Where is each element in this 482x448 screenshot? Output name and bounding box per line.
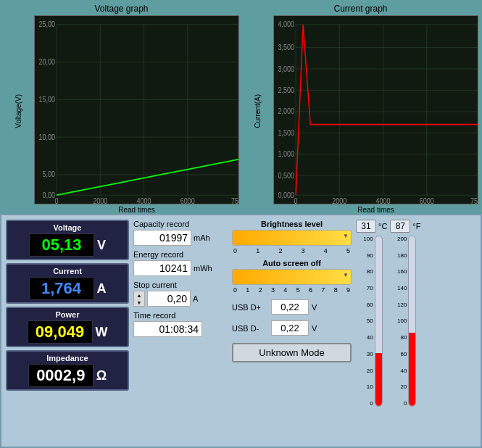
capacity-value-row: mAh — [133, 230, 228, 246]
stop-current-spinner[interactable]: ▲ ▼ — [133, 291, 145, 307]
current-value-row: 1,764 A — [29, 277, 107, 300]
spinner-down[interactable]: ▼ — [134, 299, 144, 306]
svg-text:10,00: 10,00 — [39, 133, 56, 141]
bottom-section: Voltage 05,13 V Current 1,764 A Power 09… — [0, 214, 482, 448]
svg-text:2000: 2000 — [93, 196, 108, 204]
brightness-section: Brightness level ▼ 0 1 2 3 4 5 — [232, 220, 352, 254]
voltage-value-row: 05,13 V — [29, 233, 106, 257]
fahrenheit-thermo-body: 200 180 160 140 120 100 80 60 40 20 0 — [392, 234, 418, 408]
svg-text:4,000: 4,000 — [278, 20, 295, 29]
brightness-slider-arrow: ▼ — [343, 233, 349, 239]
current-graph: 4,000 3,500 3,000 2,500 2,000 1,500 1,00… — [273, 15, 478, 204]
usb-dm-input[interactable] — [271, 320, 309, 336]
current-label: Current — [53, 267, 82, 275]
svg-text:2,500: 2,500 — [278, 86, 295, 94]
right-mid-col: Brightness level ▼ 0 1 2 3 4 5 Auto scre… — [232, 220, 352, 442]
impedance-display: 0002,9 — [28, 364, 94, 387]
current-unit: A — [97, 281, 107, 296]
time-input[interactable] — [133, 321, 202, 337]
usb-dp-unit: V — [312, 303, 317, 312]
impedance-unit: Ω — [96, 368, 107, 383]
usb-dm-label: USB D- — [232, 324, 268, 333]
stop-current-unit: A — [193, 294, 198, 303]
svg-text:3,500: 3,500 — [278, 43, 295, 51]
energy-label: Energy record — [133, 250, 228, 259]
svg-text:4000: 4000 — [137, 196, 152, 204]
power-display: 09,049 — [28, 320, 93, 344]
voltage-graph: 25,00 20,00 15,00 10,00 5,00 0,00 0 2000… — [34, 15, 239, 204]
usb-dm-unit: V — [312, 324, 317, 333]
stop-current-label: Stop current — [133, 281, 228, 289]
usb-dp-row: USB D+ V — [232, 299, 352, 315]
energy-input[interactable] — [133, 260, 191, 276]
svg-text:0: 0 — [55, 196, 59, 204]
capacity-input[interactable] — [133, 230, 191, 246]
time-label: Time record — [133, 311, 228, 320]
stop-current-block: Stop current ▲ ▼ A — [133, 281, 228, 307]
brightness-slider[interactable]: ▼ — [232, 230, 352, 246]
power-block: Power 09,049 W — [6, 307, 129, 347]
middle-col: Capacity record mAh Energy record mWh St… — [133, 220, 228, 442]
svg-text:1,000: 1,000 — [278, 150, 295, 159]
impedance-block: Impedance 0002,9 Ω — [6, 350, 129, 391]
usb-dm-row: USB D- V — [232, 320, 352, 336]
fahrenheit-thermometer: 87 °F 200 180 160 140 120 100 80 60 40 — [390, 220, 420, 408]
svg-text:5,00: 5,00 — [43, 170, 56, 179]
usb-dp-label: USB D+ — [232, 303, 268, 312]
svg-text:2,000: 2,000 — [278, 107, 295, 116]
voltage-block: Voltage 05,13 V — [6, 220, 129, 260]
graphs-section: Voltage graph Voltage(V) — [0, 0, 482, 214]
current-graph-title: Current graph — [333, 4, 387, 14]
svg-text:6000: 6000 — [420, 196, 435, 204]
celsius-thermometer: 31 °C 100 90 80 70 60 50 40 30 20 — [356, 220, 387, 408]
voltage-display: 05,13 — [29, 233, 94, 257]
energy-block: Energy record mWh — [133, 250, 228, 276]
svg-text:3,000: 3,000 — [278, 65, 295, 73]
current-graph-container: Current graph Current(A) — [243, 4, 478, 214]
svg-text:20,00: 20,00 — [39, 57, 56, 66]
current-svg: 4,000 3,500 3,000 2,500 2,000 1,500 1,00… — [274, 16, 478, 204]
fahrenheit-header: 87 °F — [390, 220, 420, 233]
power-value-row: 09,049 W — [28, 320, 108, 344]
voltage-x-label: Read times — [34, 206, 239, 214]
main-container: Voltage graph Voltage(V) — [0, 0, 482, 448]
celsius-unit: °C — [378, 222, 387, 231]
svg-text:6000: 6000 — [180, 196, 196, 204]
current-y-label: Current(A) — [254, 94, 262, 136]
voltage-graph-title: Voltage graph — [94, 4, 148, 14]
svg-text:4000: 4000 — [376, 196, 391, 204]
left-col: Voltage 05,13 V Current 1,764 A Power 09… — [6, 220, 129, 442]
current-block: Current 1,764 A — [6, 263, 129, 304]
energy-value-row: mWh — [133, 260, 228, 276]
spinner-up[interactable]: ▲ — [134, 291, 144, 299]
voltage-svg: 25,00 20,00 15,00 10,00 5,00 0,00 0 2000… — [35, 16, 238, 204]
stop-current-row: ▲ ▼ A — [133, 291, 228, 307]
usb-dp-input[interactable] — [271, 299, 309, 315]
svg-text:1,500: 1,500 — [278, 128, 295, 137]
svg-text:2000: 2000 — [332, 196, 347, 204]
svg-text:0,500: 0,500 — [278, 171, 295, 180]
voltage-label: Voltage — [54, 223, 82, 232]
power-unit: W — [96, 325, 108, 340]
thermometers-col: 31 °C 100 90 80 70 60 50 40 30 20 — [356, 220, 420, 442]
fahrenheit-value: 87 — [390, 220, 410, 233]
auto-screen-off-arrow: ▼ — [343, 272, 349, 278]
current-x-label: Read times — [273, 206, 478, 214]
auto-screen-off-slider[interactable]: ▼ — [232, 269, 352, 285]
svg-text:7578: 7578 — [470, 196, 478, 204]
brightness-label: Brightness level — [232, 220, 352, 228]
voltage-y-label: Voltage(V) — [14, 94, 22, 136]
time-block: Time record — [133, 311, 228, 337]
celsius-value: 31 — [356, 220, 376, 233]
fahrenheit-unit: °F — [412, 222, 420, 231]
svg-text:0,00: 0,00 — [43, 191, 56, 199]
current-display: 1,764 — [29, 277, 94, 300]
energy-unit: mWh — [194, 264, 212, 273]
impedance-value-row: 0002,9 Ω — [28, 364, 107, 387]
auto-screen-ticks: 0 1 2 3 4 5 6 7 8 9 — [232, 286, 352, 294]
power-label: Power — [55, 310, 79, 319]
stop-current-input[interactable] — [147, 291, 191, 307]
unknown-mode-button[interactable]: Unknown Mode — [232, 343, 352, 362]
svg-text:0,000: 0,000 — [278, 191, 295, 199]
voltage-graph-container: Voltage graph Voltage(V) — [4, 4, 239, 214]
